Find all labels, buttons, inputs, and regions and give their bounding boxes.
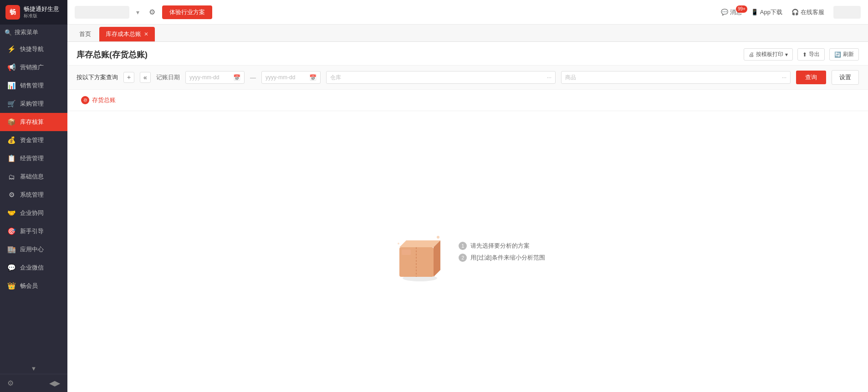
main-area: ▾ ⚙ 体验行业方案 💬 消息 99+ 📱 App下载 🎧 在线客服 首页 bbox=[67, 0, 868, 392]
nav-icon-guide: 🎯 bbox=[7, 227, 15, 235]
sidebar-nav: ⚡ 快捷导航 📢 营销推广 📊 销售管理 🛒 采购管理 📦 库存核算 💰 资金管… bbox=[0, 40, 67, 363]
print-btn[interactable]: 🖨 按模板打印 ▾ bbox=[744, 48, 793, 61]
nav-label-base: 基础信息 bbox=[20, 173, 44, 181]
nav-label-member: 畅会员 bbox=[20, 282, 38, 290]
export-label: 导出 bbox=[809, 51, 820, 58]
page-header-actions: 🖨 按模板打印 ▾ ⬆ 导出 🔄 刷新 bbox=[744, 48, 859, 61]
sidebar-item-finance[interactable]: 💰 资金管理 bbox=[0, 131, 67, 149]
sidebar-item-marketing[interactable]: 📢 营销推广 bbox=[0, 58, 67, 76]
empty-text: 1 请先选择要分析的方案 2 用[过滤]条件来缩小分析范围 bbox=[459, 242, 545, 262]
empty-step-1: 1 请先选择要分析的方案 bbox=[459, 242, 545, 250]
service-label: 在线客服 bbox=[801, 8, 824, 16]
goods-more-icon[interactable]: ··· bbox=[782, 74, 786, 81]
message-icon: 💬 bbox=[721, 9, 728, 15]
sidebar-item-operation[interactable]: 📋 经营管理 bbox=[0, 149, 67, 168]
svg-marker-2 bbox=[399, 240, 440, 247]
nav-label-quick: 快捷导航 bbox=[20, 45, 44, 53]
message-badge: 99+ bbox=[736, 5, 747, 13]
message-btn[interactable]: 💬 消息 99+ bbox=[721, 8, 742, 16]
date-separator: — bbox=[250, 74, 256, 81]
tab-home[interactable]: 首页 bbox=[73, 27, 97, 41]
date-end-input[interactable]: yyyy-mm-dd 📅 bbox=[261, 71, 321, 84]
nav-label-finance: 资金管理 bbox=[20, 136, 44, 144]
export-btn[interactable]: ⬆ 导出 bbox=[797, 48, 825, 61]
goods-label: 商品 bbox=[565, 74, 576, 81]
search-icon: 🔍 bbox=[5, 29, 12, 36]
sidebar-item-apps[interactable]: 🏬 应用中心 bbox=[0, 240, 67, 259]
nav-icon-system: ⚙ bbox=[7, 191, 15, 199]
scheme-label: 存货总账 bbox=[92, 96, 116, 104]
filter-label: 按以下方案查询 bbox=[77, 73, 118, 81]
sidebar-logo: 畅 畅捷通好生意 标准版 bbox=[0, 0, 67, 25]
nav-icon-finance: 💰 bbox=[7, 136, 15, 144]
filter-add-btn[interactable]: ＋ bbox=[123, 72, 134, 83]
refresh-btn[interactable]: 🔄 刷新 bbox=[829, 48, 859, 61]
nav-icon-quick: ⚡ bbox=[7, 45, 15, 53]
sidebar-item-sales[interactable]: 📊 销售管理 bbox=[0, 76, 67, 95]
topbar-left: ▾ ⚙ 体验行业方案 bbox=[75, 5, 716, 19]
step-num-2: 2 bbox=[459, 254, 467, 262]
page-header: 库存总账(存货总账) 🖨 按模板打印 ▾ ⬆ 导出 🔄 刷新 bbox=[67, 42, 868, 66]
page-title: 库存总账(存货总账) bbox=[77, 49, 148, 60]
print-label: 按模板打印 bbox=[756, 51, 783, 58]
app-name-block: 畅捷通好生意 标准版 bbox=[24, 5, 59, 20]
warehouse-more-icon[interactable]: ··· bbox=[547, 74, 551, 81]
svg-point-6 bbox=[437, 236, 439, 239]
empty-state: 1 请先选择要分析的方案 2 用[过滤]条件来缩小分析范围 bbox=[67, 111, 868, 392]
app-download-btn[interactable]: 📱 App下载 bbox=[751, 8, 782, 16]
app-download-label: App下载 bbox=[760, 8, 782, 16]
warehouse-select[interactable]: 仓库 ··· bbox=[326, 71, 556, 84]
nav-icon-marketing: 📢 bbox=[7, 63, 15, 71]
user-avatar[interactable] bbox=[833, 6, 861, 19]
sidebar-item-inventory[interactable]: 📦 库存核算 bbox=[0, 113, 67, 131]
svg-rect-5 bbox=[402, 249, 411, 255]
empty-illustration bbox=[390, 224, 445, 279]
settings-btn[interactable]: 设置 bbox=[832, 70, 859, 85]
tab-inventory-cost[interactable]: 库存成本总账 ✕ bbox=[99, 27, 155, 41]
nav-icon-wechat: 💬 bbox=[7, 264, 15, 272]
svg-point-7 bbox=[398, 243, 399, 244]
sidebar-item-member[interactable]: 👑 畅会员 bbox=[0, 277, 67, 295]
scheme-item-inventory[interactable]: 存 存货总账 bbox=[77, 94, 120, 106]
sidebar-search[interactable]: 🔍 搜索菜单 bbox=[0, 25, 67, 40]
topbar-gear-btn[interactable]: ⚙ bbox=[146, 6, 158, 19]
nav-icon-operation: 📋 bbox=[7, 154, 15, 163]
print-icon: 🖨 bbox=[749, 51, 754, 58]
tabs-bar: 首页 库存成本总账 ✕ bbox=[67, 25, 868, 42]
step-num-1: 1 bbox=[459, 242, 467, 250]
empty-step-2: 2 用[过滤]条件来缩小分析范围 bbox=[459, 254, 545, 262]
calendar-end-icon[interactable]: 📅 bbox=[309, 74, 317, 81]
sidebar-item-quick-nav[interactable]: ⚡ 快捷导航 bbox=[0, 40, 67, 58]
app-badge: 标准版 bbox=[24, 13, 59, 19]
goods-select[interactable]: 商品 ··· bbox=[561, 71, 791, 84]
headset-icon: 🎧 bbox=[791, 9, 799, 15]
sidebar-item-guide[interactable]: 🎯 新手引导 bbox=[0, 222, 67, 240]
print-dropdown-icon[interactable]: ▾ bbox=[785, 51, 788, 58]
sidebar-item-base[interactable]: 🗂 基础信息 bbox=[0, 168, 67, 186]
sidebar-footer: ⚙ ◀▶ bbox=[0, 374, 67, 392]
date-start-input[interactable]: yyyy-mm-dd 📅 bbox=[185, 71, 245, 84]
sidebar-item-enterprise[interactable]: 🤝 企业协同 bbox=[0, 204, 67, 222]
sidebar-scroll-down[interactable]: ▼ bbox=[0, 363, 67, 374]
collapse-icon[interactable]: ◀▶ bbox=[49, 379, 60, 387]
logo-icon: 畅 bbox=[5, 5, 20, 20]
calendar-start-icon[interactable]: 📅 bbox=[233, 74, 240, 81]
sidebar-item-system[interactable]: ⚙ 系统管理 bbox=[0, 186, 67, 204]
date-field-label: 记账日期 bbox=[156, 73, 180, 81]
empty-svg bbox=[390, 224, 449, 284]
filter-collapse-btn[interactable]: « bbox=[140, 72, 151, 83]
tab-close-btn[interactable]: ✕ bbox=[144, 31, 148, 37]
settings-icon[interactable]: ⚙ bbox=[7, 379, 14, 387]
filter-bar: 按以下方案查询 ＋ « 记账日期 yyyy-mm-dd 📅 — yyyy-mm-… bbox=[67, 66, 868, 90]
date-end-placeholder: yyyy-mm-dd bbox=[266, 74, 295, 81]
nav-icon-purchase: 🛒 bbox=[7, 100, 15, 108]
tab-inventory-cost-label: 库存成本总账 bbox=[106, 30, 141, 38]
query-btn[interactable]: 查询 bbox=[796, 71, 826, 84]
industry-btn[interactable]: 体验行业方案 bbox=[162, 5, 212, 19]
online-service-btn[interactable]: 🎧 在线客服 bbox=[791, 8, 824, 16]
topbar-dropdown-btn[interactable]: ▾ bbox=[133, 8, 142, 17]
topbar-right: 💬 消息 99+ 📱 App下载 🎧 在线客服 bbox=[721, 6, 861, 19]
nav-label-purchase: 采购管理 bbox=[20, 100, 44, 108]
sidebar-item-wechat[interactable]: 💬 企业微信 bbox=[0, 259, 67, 277]
sidebar-item-purchase[interactable]: 🛒 采购管理 bbox=[0, 95, 67, 113]
